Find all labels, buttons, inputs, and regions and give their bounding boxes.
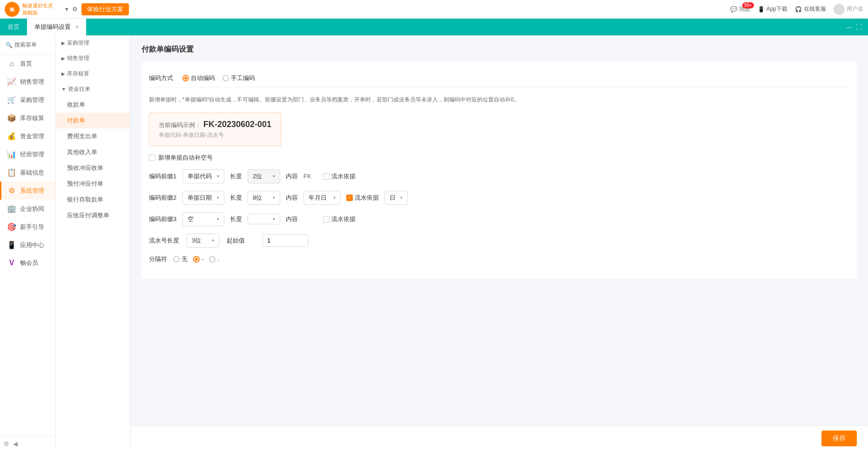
sidebar-item-home[interactable]: ⌂ 首页 [0,55,55,73]
message-button[interactable]: 💬 消息 99+ [730,5,750,13]
purchase-icon: 🛒 [7,95,16,104]
sidebar-item-label: 应用中心 [20,241,44,249]
sub-group-funds-label: 资金往来 [68,85,90,93]
sub-group-inventory: ▶ 库存核算 [56,66,130,81]
separator-none-radio[interactable]: 无 [173,255,188,263]
chevron-right-icon: ▶ [61,40,65,46]
prefix-3-select[interactable]: 空 ▾ [182,212,224,226]
top-bar: 畅 畅捷通好生意 旗舰版 ▾ ⚙ 体验行业方案 💬 消息 99+ 📱 App下载… [0,0,868,19]
stream-label-2: 流水依据 [355,194,379,202]
search-menu-button[interactable]: 🔍 搜索菜单 [4,39,52,51]
sub-group-inventory-title[interactable]: ▶ 库存核算 [56,66,130,81]
sidebar-item-label: 采购管理 [20,96,44,104]
system-icon: ⚙ [7,186,16,195]
sub-group-sales-title[interactable]: ▶ 销售管理 [56,51,130,66]
sub-group-purchase: ▶ 采购管理 [56,35,130,51]
sidebar-item-label: 首页 [20,60,32,68]
manual-encoding-dot [222,75,229,81]
online-service-button[interactable]: 🎧 在线客服 [795,5,826,13]
sub-group-purchase-title[interactable]: ▶ 采购管理 [56,35,130,51]
sidebar-search[interactable]: 🔍 搜索菜单 [0,35,55,55]
sidebar-item-inventory[interactable]: 📦 库存核算 [0,109,55,127]
sub-item-other-income[interactable]: 其他收入单 [56,144,130,160]
save-button[interactable]: 保存 [821,431,857,446]
sub-item-payment[interactable]: 付款单 [56,113,130,128]
member-icon: V [7,259,16,267]
sidebar-item-enterprise[interactable]: 🏢 企业协同 [0,200,55,218]
stream-checkbox-3[interactable] [323,216,330,222]
content-2-select[interactable]: 年月日 ▾ [303,191,341,205]
sidebar-item-sales[interactable]: 📈 销售管理 [0,73,55,91]
stream-cycle-select[interactable]: 日 ▾ [384,191,408,205]
sidebar-item-guide[interactable]: 🎯 新手引导 [0,218,55,236]
sub-item-bank-deposit[interactable]: 银行存取款单 [56,192,130,208]
sub-item-ap-adjust[interactable]: 应收应付调整单 [56,208,130,223]
sub-group-sales-label: 销售管理 [67,54,89,62]
sidebar-items: ⌂ 首页 📈 销售管理 🛒 采购管理 📦 库存核算 💰 资金管理 📊 经营 [0,55,55,436]
auto-fill-checkbox[interactable] [149,155,155,161]
sidebar: 🔍 搜索菜单 ⌂ 首页 📈 销售管理 🛒 采购管理 📦 库存核算 💰 [0,35,56,451]
expand-icon[interactable]: ⛶ [856,23,862,31]
auto-encoding-dot [182,75,189,81]
sidebar-item-member[interactable]: V 畅会员 [0,254,55,272]
tab-close-icon[interactable]: × [75,24,79,30]
sidebar-item-system[interactable]: ⚙ 系统管理 [0,182,55,200]
sidebar-item-purchase[interactable]: 🛒 采购管理 [0,91,55,109]
operations-icon: 📊 [7,150,16,159]
sidebar-item-label: 系统管理 [20,187,44,195]
sidebar-item-basic-info[interactable]: 📋 基础信息 [0,163,55,182]
length-1-select[interactable]: 2位 ▾ [248,169,280,183]
trial-button[interactable]: 体验行业方案 [81,3,129,15]
stream-checkbox-2[interactable]: ✓ [346,195,353,201]
separator-dot-radio[interactable]: . [209,256,219,263]
avatar [834,4,845,15]
sub-item-expense[interactable]: 费用支出单 [56,128,130,144]
sidebar-item-operations[interactable]: 📊 经营管理 [0,145,55,163]
tab-home[interactable]: 首页 [0,19,27,35]
tab-serial-settings[interactable]: 单据编码设置 × [27,19,86,35]
apps-icon: 📱 [7,241,16,249]
footer-collapse-icon[interactable]: ◀ [13,440,18,447]
sub-item-receipt[interactable]: 收款单 [56,97,130,113]
window-controls: — ⛶ [842,23,868,31]
manual-encoding-radio[interactable]: 手工编码 [222,74,255,82]
start-value-input[interactable] [262,234,309,247]
auto-encoding-radio[interactable]: 自动编码 [182,74,215,82]
sub-group-sales: ▶ 销售管理 [56,51,130,66]
sidebar-item-label: 基础信息 [20,168,44,177]
prefix-1-arrow: ▾ [217,174,219,179]
sidebar-item-label: 资金管理 [20,132,44,141]
prefix-3-label: 编码前缀3 [149,215,177,223]
chevron-right-icon: ▶ [61,56,65,61]
sidebar-footer: ⚙ ◀ [0,436,55,451]
separator-dash-label: - [202,256,203,263]
code-preview-sub: 单据代码-单据日期-流水号 [159,131,271,139]
sub-group-funds-title[interactable]: ▼ 资金往来 [56,81,130,97]
stream-checkbox-1[interactable] [323,173,330,180]
length-1-label: 长度 [230,172,242,181]
serial-length-value: 3位 [192,236,209,245]
length-3-select[interactable]: ▾ [248,214,280,224]
footer-settings-icon[interactable]: ⚙ [4,440,9,447]
sub-item-prepay-receivable[interactable]: 预收冲应收单 [56,160,130,176]
chevron-down-icon[interactable]: ▾ [65,6,68,13]
serial-length-select[interactable]: 3位 ▾ [187,234,219,248]
sub-group-funds: ▼ 资金往来 收款单 付款单 费用支出单 其他收入单 预收冲应收单 预付冲应付单… [56,81,130,223]
gear-icon[interactable]: ⚙ [72,6,78,13]
sidebar-item-finance[interactable]: 💰 资金管理 [0,127,55,145]
page-title: 付款单编码设置 [141,45,857,54]
finance-icon: 💰 [7,132,16,141]
user-avatar[interactable]: 用户名 [834,4,863,15]
prefix-1-select[interactable]: 单据代码 ▾ [182,169,224,183]
prefix-3-arrow: ▾ [217,216,219,222]
length-2-arrow: ▾ [273,195,275,200]
sidebar-item-label: 企业协同 [20,205,44,213]
sidebar-item-apps[interactable]: 📱 应用中心 [0,236,55,254]
sub-item-prepay-payable[interactable]: 预付冲应付单 [56,176,130,192]
length-2-select[interactable]: 8位 ▾ [248,191,280,205]
minimize-icon[interactable]: — [846,23,852,31]
prefix-2-select[interactable]: 单据日期 ▾ [182,191,224,205]
app-download-button[interactable]: 📱 App下载 [758,5,787,13]
separator-dash-radio[interactable]: - [193,256,203,263]
message-badge: 99+ [742,2,754,8]
